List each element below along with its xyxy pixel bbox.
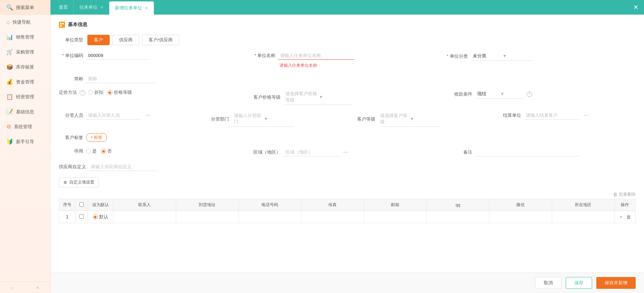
fax-input[interactable]: [305, 214, 360, 219]
sidebar-item-inventory[interactable]: 📦 库存核算: [0, 59, 50, 74]
row-checkbox[interactable]: [79, 214, 84, 219]
settlement-unit-input[interactable]: [524, 111, 580, 120]
col-fax: 传真: [301, 199, 364, 211]
tags-group: 客户标签 + 标签: [59, 133, 636, 142]
custom-settings-icon: ⚙: [63, 180, 67, 185]
manager-more-btn[interactable]: ···: [146, 112, 150, 119]
sidebar-bottom-menu[interactable]: ≡: [25, 285, 50, 290]
sidebar-item-operations[interactable]: 📋 经营管理: [0, 89, 50, 104]
department-select[interactable]: 请输入分管部门 ▼: [232, 111, 294, 127]
home-icon: ⌂: [6, 19, 10, 25]
customer-level-select[interactable]: 请选择客户等级 ▼: [378, 111, 441, 127]
pricing-help-icon[interactable]: ?: [80, 90, 85, 96]
payment-terms-label: 收款条件: [448, 91, 472, 97]
payment-terms-help-icon[interactable]: ?: [527, 91, 532, 97]
email-input[interactable]: [368, 214, 423, 219]
customer-price-level-select[interactable]: 请选择客户价格等级 ▼: [283, 89, 353, 105]
code-name-row: 单位编码 单位名称 请输入往来单位名称 单位分类 未分类 ▼: [59, 51, 636, 68]
settlement-unit-label: 结算单位: [497, 112, 521, 119]
row-area: [552, 211, 614, 223]
radio-discount[interactable]: 折扣: [88, 89, 103, 96]
radio-default[interactable]: 默认: [92, 214, 110, 220]
alias-input[interactable]: [86, 75, 156, 83]
unit-name-group: 单位名称 请输入往来单位名称: [251, 51, 443, 68]
delivery-input[interactable]: [180, 214, 235, 219]
unit-code-input[interactable]: [86, 51, 149, 60]
save-new-button[interactable]: 保存并新增: [596, 277, 636, 289]
sidebar-item-purchase[interactable]: 🛒 采购管理: [0, 44, 50, 59]
unit-type-buttons: 客户 供应商 客户/供应商: [87, 35, 179, 45]
guide-icon: 🔰: [6, 138, 13, 145]
tab-partners-close[interactable]: ✕: [100, 5, 103, 10]
svg-rect-1: [62, 23, 64, 24]
tab-new-partner-close[interactable]: ✕: [145, 6, 148, 10]
sidebar-item-operations-label: 经营管理: [16, 94, 34, 100]
alias-label: 简称: [59, 76, 83, 82]
radio-default-circle: [93, 214, 98, 219]
custom-settings-button[interactable]: ⚙ 自定义项设置: [59, 177, 99, 187]
pricing-radio-group: 折扣 价格等级: [88, 89, 132, 96]
wechat-input[interactable]: [493, 214, 548, 219]
remark-input[interactable]: [475, 148, 580, 156]
tags-label: 客户标签: [59, 135, 83, 141]
form-content: 基本信息 单位类型 客户 供应商 客户/供应商 单位编码 单位名称: [50, 15, 644, 272]
unit-btn-both[interactable]: 客户/供应商: [142, 35, 179, 45]
close-all-button[interactable]: ✕: [630, 3, 641, 11]
radio-price-level-circle: [108, 90, 112, 95]
tab-home[interactable]: 首页: [53, 0, 74, 15]
region-input[interactable]: [283, 148, 339, 156]
manager-input[interactable]: [86, 111, 142, 120]
disabled-radio-group: 是 否: [86, 148, 112, 154]
batch-delete-icon: 🗑: [613, 192, 618, 197]
region-more-btn[interactable]: ···: [343, 149, 348, 155]
radio-default-label: 默认: [99, 214, 108, 220]
contact-input[interactable]: [117, 214, 172, 219]
phone-input[interactable]: [242, 214, 298, 219]
settlement-unit-more-btn[interactable]: ···: [584, 112, 588, 119]
unit-name-input[interactable]: [278, 51, 355, 60]
delete-row-button[interactable]: 🗑: [626, 214, 631, 220]
sidebar-item-search[interactable]: 🔍 搜索菜单: [0, 0, 50, 15]
tab-partners[interactable]: 往来单位 ✕: [74, 0, 109, 15]
svg-rect-2: [60, 25, 62, 26]
area-input[interactable]: [556, 214, 611, 219]
radio-disabled-no[interactable]: 否: [101, 148, 112, 154]
sidebar-item-system[interactable]: ⚙ 系统管理: [0, 119, 50, 134]
add-row-button[interactable]: ＋: [619, 214, 623, 220]
add-tag-button[interactable]: + 标签: [86, 133, 107, 142]
batch-delete-label[interactable]: 批量删除: [619, 192, 636, 197]
sidebar-item-sales[interactable]: 📊 销售管理: [0, 30, 50, 44]
sidebar-bottom-home[interactable]: ⌂: [0, 285, 25, 290]
sidebar-item-sales-label: 销售管理: [16, 34, 34, 40]
sidebar-item-basics[interactable]: 📝 基础信息: [0, 104, 50, 119]
payment-terms-select[interactable]: 现结 ▼: [475, 89, 524, 99]
radio-price-level[interactable]: 价格等级: [108, 89, 132, 96]
sidebar-item-guide[interactable]: 🔰 新手引导: [0, 134, 50, 149]
table-header-row: 序号 设为默认 联系人 到货地址 电话号码 传真 邮箱 qq 微信 所在地区 操…: [59, 199, 636, 211]
tab-partners-label: 往来单位: [79, 4, 97, 10]
cancel-button[interactable]: 取消: [535, 277, 561, 289]
tab-new-partner[interactable]: 新增往来单位 ✕: [109, 1, 154, 15]
customer-level-label: 客户等级: [351, 116, 375, 122]
sidebar-item-guide-label: 新手引导: [16, 139, 34, 145]
select-all-checkbox[interactable]: [79, 202, 84, 207]
unit-btn-supplier[interactable]: 供应商: [112, 35, 139, 45]
sidebar-item-quicknav[interactable]: ⌂ 快捷导航: [0, 15, 50, 30]
qq-input[interactable]: [430, 214, 486, 219]
sidebar-item-system-label: 系统管理: [14, 124, 32, 130]
sidebar-item-finance[interactable]: 💰 资金管理: [0, 74, 50, 89]
radio-disabled-yes[interactable]: 是: [86, 148, 97, 154]
radio-discount-label: 折扣: [94, 89, 103, 96]
save-button[interactable]: 保存: [566, 277, 592, 289]
sidebar-item-inventory-label: 库存核算: [16, 64, 34, 70]
tab-new-partner-label: 新增往来单位: [115, 5, 142, 11]
tab-home-label: 首页: [59, 4, 68, 10]
sidebar: 🔍 搜索菜单 ⌂ 快捷导航 📊 销售管理 🛒 采购管理 📦 库存核算 💰 资金管…: [0, 0, 50, 293]
unit-btn-customer[interactable]: 客户: [87, 35, 110, 45]
supplier-custom-input[interactable]: [89, 163, 158, 171]
customer-price-level-arrow: ▼: [319, 95, 351, 99]
alias-group: 简称: [59, 75, 636, 83]
row-contact: [113, 211, 176, 223]
unit-category-select[interactable]: 未分类 ▼: [471, 51, 533, 61]
row-fax: [301, 211, 364, 223]
